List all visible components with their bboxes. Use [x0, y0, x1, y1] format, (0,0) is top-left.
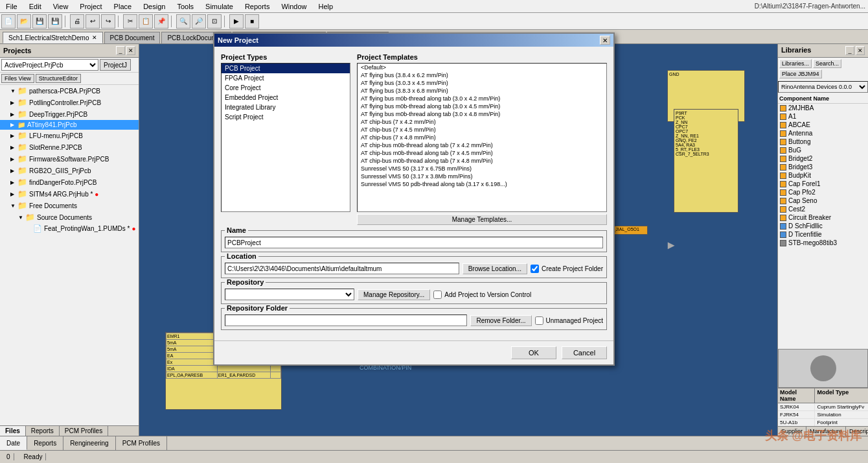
- template-item-13[interactable]: Sunressel VMS 50 (3.17 x 6.75B mm/Pins): [358, 165, 606, 172]
- repository-dropdown[interactable]: [225, 289, 354, 300]
- project-types-list[interactable]: PCB Project FPGA Project Core Project Em…: [221, 63, 350, 212]
- location-input[interactable]: [225, 263, 459, 274]
- template-item-12[interactable]: AT chip-bus m0b-thread along tab (7 x 4.…: [358, 157, 606, 165]
- project-templates-label: Project Templates: [357, 53, 607, 61]
- add-svn-row: Add Project to Version Control: [433, 291, 531, 299]
- type-item-5[interactable]: Script Project: [222, 112, 350, 122]
- repository-section: Repository Manage Repository... Add Proj…: [221, 282, 607, 304]
- name-section: Name: [221, 230, 607, 252]
- add-svn-label: Add Project to Version Control: [444, 291, 531, 298]
- manage-repository-btn[interactable]: Manage Repository...: [358, 289, 430, 300]
- manage-templates-btn[interactable]: Manage Templates...: [357, 214, 607, 225]
- dialog-close-btn[interactable]: ✕: [600, 36, 610, 45]
- type-item-0[interactable]: PCB Project: [222, 64, 350, 73]
- type-item-2[interactable]: Core Project: [222, 83, 350, 93]
- template-item-11[interactable]: AT chip-bus m0b-thread along tab (7 x 4.…: [358, 149, 606, 157]
- repository-row: Manage Repository... Add Project to Vers…: [225, 289, 603, 300]
- project-templates-list[interactable]: <Default> AT flying bus (3.8.4 x 6.2 mm/…: [357, 63, 607, 212]
- remove-folder-btn[interactable]: Remove Folder...: [470, 315, 531, 326]
- location-row: Browse Location... Create Project Folder: [225, 263, 603, 274]
- repo-folder-row: Remove Folder... Unmanaged Project: [225, 315, 603, 326]
- create-folder-label: Create Project Folder: [542, 265, 603, 272]
- unmanaged-label: Unmanaged Project: [546, 317, 603, 324]
- dialog-title: New Project: [218, 36, 258, 44]
- add-svn-checkbox[interactable]: [433, 291, 442, 299]
- template-item-14[interactable]: Sunressel VMS 50 (3.17 x 3.8Mb mm/Pins): [358, 172, 606, 180]
- cancel-button[interactable]: Cancel: [562, 346, 607, 359]
- template-item-9[interactable]: AT chip-bus (7 x 4.8 mm/Pin): [358, 134, 606, 141]
- template-item-2[interactable]: AT flying bus (3.0.3 x 4.5 mm/Pin): [358, 79, 606, 87]
- create-folder-checkbox[interactable]: [531, 265, 539, 273]
- create-folder-row: Create Project Folder: [531, 265, 603, 273]
- dialog-body: Project Types PCB Project FPGA Project C…: [214, 47, 613, 340]
- project-types-col: Project Types PCB Project FPGA Project C…: [221, 53, 350, 225]
- location-section-title: Location: [225, 252, 258, 260]
- repository-section-title: Repository: [225, 278, 266, 286]
- type-item-1[interactable]: FPGA Project: [222, 73, 350, 83]
- unmanaged-checkbox[interactable]: [535, 316, 543, 325]
- project-templates-col: Project Templates <Default> AT flying bu…: [357, 53, 607, 225]
- template-item-10[interactable]: AT chip-bus m0b-thread along tab (7 x 4.…: [358, 141, 606, 149]
- unmanaged-row: Unmanaged Project: [535, 316, 603, 325]
- template-item-3[interactable]: AT flying bus (3.8.3 x 6.8 mm/Pin): [358, 87, 606, 95]
- types-templates-row: Project Types PCB Project FPGA Project C…: [221, 53, 607, 225]
- template-item-5[interactable]: AT flying bus m0b-thread along tab (3.0 …: [358, 102, 606, 110]
- template-item-6[interactable]: AT flying bus m0b-thread along tab (3.0 …: [358, 110, 606, 118]
- project-name-input[interactable]: [225, 237, 603, 248]
- template-item-8[interactable]: AT chip-bus (7 x 4.5 mm/Pin): [358, 126, 606, 134]
- new-project-dialog: New Project ✕ Project Types PCB Project …: [213, 32, 615, 366]
- repo-folder-title: Repository Folder: [225, 304, 290, 312]
- dialog-titlebar: New Project ✕: [214, 34, 613, 47]
- template-item-7[interactable]: AT chip-bus (7 x 4.2 mm/Pin): [358, 118, 606, 126]
- browse-location-btn[interactable]: Browse Location...: [463, 263, 527, 274]
- dialog-footer: OK Cancel: [214, 340, 613, 364]
- type-item-3[interactable]: Embedded Project: [222, 93, 350, 102]
- type-item-4[interactable]: Integrated Library: [222, 102, 350, 112]
- repo-folder-section: Repository Folder Remove Folder... Unman…: [221, 308, 607, 330]
- template-item-15[interactable]: Sunressel VMS 50 pdb-thread along tab (3…: [358, 180, 606, 188]
- dialog-overlay: New Project ✕ Project Types PCB Project …: [0, 0, 868, 463]
- template-item-1[interactable]: AT flying bus (3.8.4 x 6.2 mm/Pin): [358, 71, 606, 79]
- repo-folder-input[interactable]: [225, 315, 467, 326]
- location-section: Location Browse Location... Create Proje…: [221, 256, 607, 278]
- template-item-4[interactable]: AT flying bus m0b-thread along tab (3.0 …: [358, 95, 606, 102]
- project-types-label: Project Types: [221, 53, 350, 61]
- template-item-0[interactable]: <Default>: [358, 64, 606, 71]
- name-section-title: Name: [225, 226, 248, 234]
- ok-button[interactable]: OK: [511, 346, 556, 359]
